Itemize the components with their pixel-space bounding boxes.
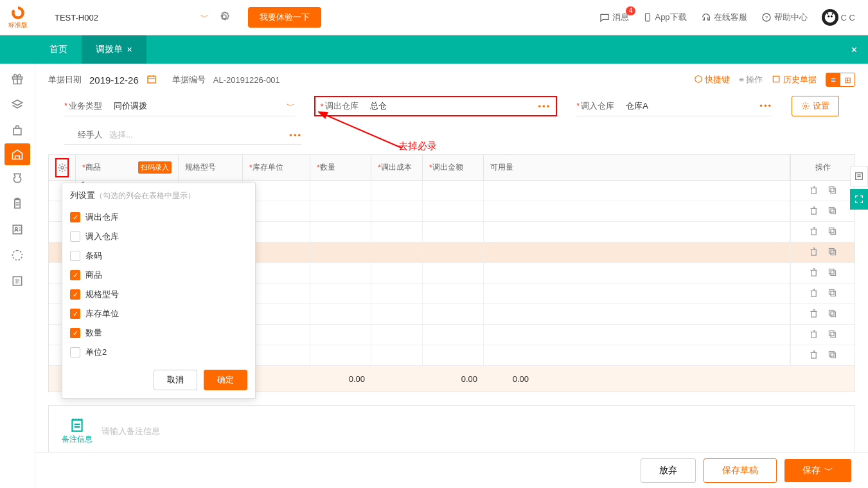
ok-button[interactable]: 确定 xyxy=(204,370,247,390)
checkbox-row[interactable]: ✓库存单位 xyxy=(70,304,247,323)
operate-link[interactable]: ≡ 操作 xyxy=(739,74,763,86)
try-button[interactable]: 我要体验一下 xyxy=(248,7,321,28)
rail-contact-icon[interactable] xyxy=(0,217,35,242)
delete-icon[interactable] xyxy=(809,329,819,341)
more-icon[interactable]: ••• xyxy=(289,131,302,140)
svg-rect-26 xyxy=(829,310,834,315)
doc-no-label: 单据编号 xyxy=(172,74,206,86)
support-link[interactable]: 在线客服 xyxy=(701,12,747,23)
tabbar-close[interactable]: ✕ xyxy=(840,35,868,64)
checkbox[interactable] xyxy=(70,347,80,357)
more-icon[interactable]: ••• xyxy=(759,101,772,111)
checkbox[interactable]: ✓ xyxy=(70,328,80,338)
checkbox[interactable]: ✓ xyxy=(70,212,80,222)
delete-icon[interactable] xyxy=(809,206,819,217)
checkbox-row[interactable]: 单位2 xyxy=(70,343,247,362)
checkbox-row[interactable]: ✓数量 xyxy=(70,323,247,343)
rail-gift-icon[interactable] xyxy=(0,66,35,92)
svg-rect-15 xyxy=(831,209,836,214)
rail-new-icon[interactable]: 新 xyxy=(0,268,35,294)
checkbox-row[interactable]: ✓商品 xyxy=(70,266,247,285)
grid-view-icon[interactable]: ⊞ xyxy=(840,73,855,86)
rail-warehouse-icon[interactable] xyxy=(4,143,30,165)
checkbox[interactable]: ✓ xyxy=(70,270,80,280)
delete-icon[interactable] xyxy=(809,267,819,279)
tab-home[interactable]: 首页 xyxy=(35,35,82,64)
checkbox-row[interactable]: ✓规格型号 xyxy=(70,285,247,304)
copy-icon[interactable] xyxy=(828,226,837,238)
checkbox[interactable]: ✓ xyxy=(70,309,80,319)
checkbox-row[interactable]: 条码 xyxy=(70,246,247,266)
discard-button[interactable]: 放弃 xyxy=(641,458,696,483)
field-handler[interactable]: 经手人 选择... ••• xyxy=(64,126,302,145)
delete-icon[interactable] xyxy=(809,247,819,258)
notes-icon[interactable] xyxy=(850,166,868,186)
settings-button[interactable]: 设置 xyxy=(792,96,839,116)
copy-icon[interactable] xyxy=(828,329,837,341)
gear-icon[interactable] xyxy=(218,11,230,24)
date-value[interactable]: 2019-12-26 xyxy=(89,75,139,86)
message-icon xyxy=(599,12,610,23)
copy-icon[interactable] xyxy=(828,350,837,361)
popup-body[interactable]: ✓调出仓库调入仓库条码✓商品✓规格型号✓库存单位✓数量单位2 xyxy=(62,208,255,362)
app-download-link[interactable]: App下载 xyxy=(643,12,686,23)
svg-rect-17 xyxy=(831,230,836,235)
view-toggle[interactable]: ≡ ⊞ xyxy=(826,73,855,87)
logo[interactable]: 标准版 xyxy=(0,0,35,35)
checkbox[interactable]: ✓ xyxy=(70,289,80,300)
list-view-icon[interactable]: ≡ xyxy=(826,73,840,86)
checkbox-label: 库存单位 xyxy=(85,308,119,320)
column-settings-button[interactable] xyxy=(49,155,76,180)
more-icon[interactable]: ••• xyxy=(538,102,551,111)
rail-loading-icon[interactable] xyxy=(0,242,35,268)
copy-icon[interactable] xyxy=(828,185,837,197)
col-amount: *调出金额 xyxy=(423,155,484,180)
messages-link[interactable]: 消息 4 xyxy=(599,12,629,23)
rail-tag-icon[interactable] xyxy=(0,92,35,118)
chevron-down-icon: ﹀ xyxy=(824,465,833,475)
copy-icon[interactable] xyxy=(828,288,837,300)
checkbox-row[interactable]: 调入仓库 xyxy=(70,227,247,246)
save-draft-button[interactable]: 保存草稿 xyxy=(704,458,777,483)
delete-icon[interactable] xyxy=(809,288,819,300)
svg-rect-25 xyxy=(831,312,836,317)
checkbox[interactable] xyxy=(70,231,80,242)
delete-icon[interactable] xyxy=(809,350,819,361)
rail-clipboard-icon[interactable] xyxy=(0,191,35,217)
field-out-warehouse[interactable]: *调出仓库 总仓 ••• xyxy=(314,96,558,116)
popup-title: 列设置 xyxy=(70,190,95,200)
delete-icon[interactable] xyxy=(809,309,819,320)
help-link[interactable]: ? 帮助中心 xyxy=(761,12,808,23)
checkbox-row[interactable]: ✓调出仓库 xyxy=(70,208,247,227)
shortcut-link[interactable]: 快捷键 xyxy=(694,74,731,86)
svg-rect-29 xyxy=(831,353,836,358)
history-link[interactable]: 历史单据 xyxy=(772,74,817,86)
checkbox[interactable] xyxy=(70,251,80,261)
copy-icon[interactable] xyxy=(828,267,837,279)
tab-transfer[interactable]: 调拨单 ✕ xyxy=(82,35,146,64)
scan-button[interactable]: 扫码录入 xyxy=(138,161,172,174)
headset-icon xyxy=(701,12,711,23)
copy-icon[interactable] xyxy=(828,206,837,217)
copy-icon[interactable] xyxy=(828,247,837,258)
field-in-warehouse[interactable]: *调入仓库 仓库A ••• xyxy=(576,96,772,116)
popup-footer: 取消 确定 xyxy=(62,362,255,398)
org-name: TEST-H002 xyxy=(55,13,98,23)
delete-icon[interactable] xyxy=(809,185,819,197)
calendar-icon[interactable] xyxy=(146,74,157,86)
memo-label: 备注信息 xyxy=(62,434,93,445)
user-menu[interactable]: C C xyxy=(822,9,855,26)
rail-bag-icon[interactable] xyxy=(0,118,35,143)
memo-input[interactable] xyxy=(102,426,842,436)
rail-money-icon[interactable] xyxy=(0,165,35,191)
save-button[interactable]: 保存﹀ xyxy=(784,459,851,482)
delete-icon[interactable] xyxy=(809,226,819,238)
org-selector[interactable]: TEST-H002 ﹀ xyxy=(55,12,209,23)
out-wh-value: 总仓 xyxy=(370,100,538,112)
cancel-button[interactable]: 取消 xyxy=(154,370,197,390)
close-icon[interactable]: ✕ xyxy=(127,46,132,54)
field-biz-type[interactable]: *业务类型 同价调拨 ﹀ xyxy=(64,96,295,116)
copy-icon[interactable] xyxy=(828,309,837,320)
expand-icon[interactable] xyxy=(850,189,868,210)
svg-point-4 xyxy=(828,15,829,17)
